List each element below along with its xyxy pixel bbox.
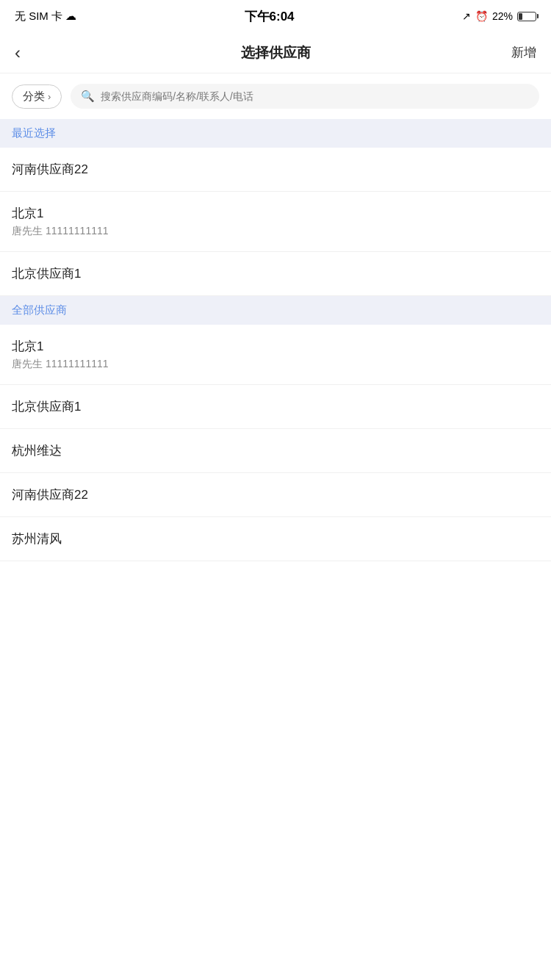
item-name: 北京供应商1 <box>12 398 539 415</box>
search-input[interactable] <box>101 90 529 102</box>
category-label: 分类 <box>23 90 45 104</box>
item-name: 北京1 <box>12 338 539 355</box>
item-name: 北京1 <box>12 205 539 222</box>
item-name: 苏州清风 <box>12 530 539 547</box>
item-name: 河南供应商22 <box>12 161 539 178</box>
add-button[interactable]: 新增 <box>507 44 536 61</box>
item-subtitle: 唐先生 11111111111 <box>12 358 539 371</box>
nav-bar: ‹ 选择供应商 新增 <box>0 32 551 73</box>
section-header-recent: 最近选择 <box>0 119 551 148</box>
location-icon: ↗ <box>462 10 471 22</box>
back-button[interactable]: ‹ <box>15 43 44 63</box>
section-header-all: 全部供应商 <box>0 296 551 325</box>
status-left: 无 SIM 卡 ☁ <box>15 10 76 24</box>
status-time: 下午6:04 <box>245 8 295 25</box>
filter-bar: 分类 › 🔍 <box>0 73 551 119</box>
chevron-right-icon: › <box>48 91 51 102</box>
category-filter-button[interactable]: 分类 › <box>12 84 62 109</box>
search-box: 🔍 <box>71 84 539 109</box>
item-subtitle: 唐先生 11111111111 <box>12 225 539 238</box>
item-name: 河南供应商22 <box>12 486 539 503</box>
list-item[interactable]: 河南供应商22 <box>0 148 551 192</box>
list-item[interactable]: 河南供应商22 <box>0 473 551 517</box>
page-title: 选择供应商 <box>241 43 311 62</box>
list-item[interactable]: 杭州维达 <box>0 429 551 473</box>
sections-container: 最近选择河南供应商22北京1唐先生 11111111111北京供应商1全部供应商… <box>0 119 551 561</box>
item-name: 杭州维达 <box>12 442 539 459</box>
battery-icon <box>517 12 536 21</box>
list-item[interactable]: 北京供应商1 <box>0 385 551 429</box>
search-icon: 🔍 <box>81 90 95 103</box>
status-bar: 无 SIM 卡 ☁ 下午6:04 ↗ ⏰ 22% <box>0 0 551 32</box>
list-item[interactable]: 苏州清风 <box>0 517 551 561</box>
item-name: 北京供应商1 <box>12 265 539 282</box>
list-item[interactable]: 北京1唐先生 11111111111 <box>0 192 551 252</box>
list-item[interactable]: 北京供应商1 <box>0 252 551 296</box>
list-item[interactable]: 北京1唐先生 11111111111 <box>0 325 551 385</box>
battery-percent: 22% <box>492 10 513 22</box>
sim-label: 无 SIM 卡 ☁ <box>15 10 76 24</box>
status-right: ↗ ⏰ 22% <box>462 10 536 22</box>
alarm-icon: ⏰ <box>475 10 488 22</box>
